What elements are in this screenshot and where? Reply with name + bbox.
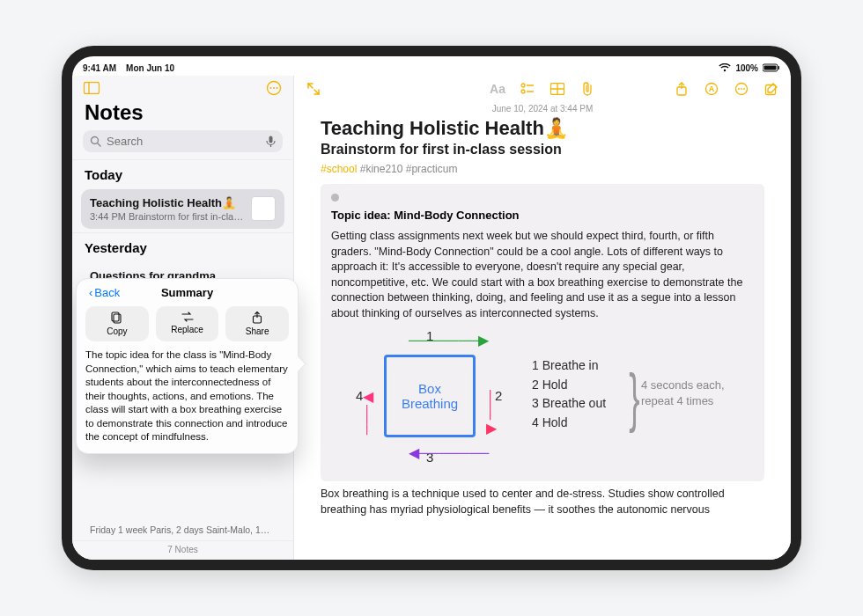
note-thumbnail: [251, 196, 276, 221]
replace-label: Replace: [171, 325, 203, 334]
svg-text:A: A: [709, 84, 715, 93]
back-label: Back: [94, 286, 120, 299]
step-3: 3 Breathe out: [532, 394, 606, 414]
breathing-steps: 1 Breathe in 2 Hold 3 Breathe out 4 Hold: [532, 356, 606, 433]
screen: 9:41 AM Mon Jun 10 100%: [72, 56, 791, 560]
svg-point-7: [273, 87, 275, 89]
sidebar-footer: 7 Notes: [72, 540, 293, 560]
step-4: 4 Hold: [532, 414, 606, 433]
status-right: 100%: [719, 63, 780, 73]
note-title[interactable]: Teaching Holistic Health🧘: [321, 117, 764, 140]
arrow-left: ◀───: [359, 388, 376, 435]
note-subtitle[interactable]: Brainstorm for first in-class session: [321, 142, 764, 158]
topic-block[interactable]: Topic idea: Mind-Body Connection Getting…: [321, 184, 764, 481]
arrow-bottom: ◀───────: [409, 444, 489, 461]
fullscreen-icon[interactable]: [305, 80, 322, 98]
share-note-icon[interactable]: [673, 80, 690, 98]
sidebar-title: Notes: [72, 99, 293, 130]
search-input[interactable]: [107, 135, 261, 148]
share-button[interactable]: Share: [225, 306, 289, 341]
more-icon[interactable]: [265, 79, 283, 97]
step-1: 1 Breathe in: [532, 356, 606, 376]
back-button[interactable]: ‹ Back: [89, 286, 120, 299]
svg-point-31: [743, 88, 745, 90]
topic-text[interactable]: Getting class assignments next week but …: [331, 229, 754, 321]
battery-label: 100%: [735, 63, 758, 73]
popover-title: Summary: [161, 286, 213, 299]
more-editor-icon[interactable]: [733, 80, 750, 98]
copy-label: Copy: [107, 326, 127, 336]
text-format-icon[interactable]: Aa: [489, 80, 506, 98]
svg-point-17: [521, 84, 525, 87]
block-handle[interactable]: [331, 194, 339, 202]
svg-rect-11: [269, 136, 273, 143]
table-icon[interactable]: [549, 80, 566, 98]
notes-sidebar: Notes Today Teaching Hol: [72, 76, 294, 560]
status-left: 9:41 AM Mon Jun 10: [83, 63, 174, 73]
replace-button[interactable]: Replace: [156, 306, 219, 341]
box-breathing-sketch: 1 ───────▶ 2 ───▶ 3 ◀─────── 4 ◀─── Box …: [331, 326, 754, 473]
note-item-subtitle: 3:44 PM Brainstorm for first in-cla…: [90, 211, 244, 222]
share-icon: [252, 312, 262, 324]
svg-rect-2: [778, 66, 780, 70]
svg-point-8: [277, 87, 278, 89]
attachment-icon[interactable]: [579, 80, 596, 98]
svg-rect-3: [85, 83, 100, 94]
battery-icon: [763, 63, 780, 72]
box-breathing-label: Box Breathing: [384, 355, 476, 437]
arrow-right: ───▶: [483, 390, 499, 436]
mic-icon[interactable]: [266, 136, 276, 148]
copy-button[interactable]: Copy: [85, 306, 149, 341]
note-item-title: Teaching Holistic Health🧘: [90, 196, 244, 209]
status-bar: 9:41 AM Mon Jun 10 100%: [72, 60, 791, 76]
arrow-top: ───────▶: [409, 332, 489, 348]
note-item-peek[interactable]: Friday 1 week Paris, 2 days Saint-Malo, …: [81, 519, 284, 540]
note-item-today[interactable]: Teaching Holistic Health🧘 3:44 PM Brains…: [81, 189, 284, 229]
chevron-left-icon: ‹: [89, 286, 92, 299]
note-date: June 10, 2024 at 3:44 PM: [321, 104, 764, 114]
summary-popover: ‹ Back Summary Copy Replace: [76, 278, 299, 454]
note-editor: Aa: [294, 76, 791, 560]
editor-body[interactable]: June 10, 2024 at 3:44 PM Teaching Holist…: [294, 102, 791, 560]
compose-icon[interactable]: [763, 80, 780, 98]
ipad-frame: 9:41 AM Mon Jun 10 100%: [62, 46, 801, 570]
status-date: Mon Jun 10: [126, 63, 174, 73]
sidebar-toggle-icon[interactable]: [83, 79, 100, 97]
search-icon: [90, 136, 101, 147]
summary-body: The topic idea for the class is "Mind-Bo…: [85, 348, 289, 444]
svg-line-10: [98, 143, 101, 147]
replace-icon: [181, 312, 195, 322]
svg-point-6: [270, 87, 272, 89]
bracket-icon: }: [629, 360, 639, 435]
app-body: Notes Today Teaching Hol: [72, 56, 791, 560]
tags-rest[interactable]: #kine210 #practicum: [357, 163, 457, 175]
copy-icon: [111, 312, 123, 324]
svg-point-30: [741, 88, 742, 90]
sidebar-toolbar: [72, 76, 293, 99]
tag-hot[interactable]: #school: [321, 163, 357, 175]
svg-point-19: [521, 90, 525, 93]
step-2: 2 Hold: [532, 376, 606, 395]
search-wrap: [72, 130, 293, 159]
topic-heading[interactable]: Topic idea: Mind-Body Connection: [331, 209, 754, 222]
closing-paragraph[interactable]: Box breathing is a technique used to cen…: [321, 487, 764, 517]
yesterday-header: Yesterday: [72, 232, 293, 259]
share-label: Share: [246, 326, 269, 336]
search-field[interactable]: [83, 130, 283, 152]
svg-rect-1: [764, 66, 777, 70]
status-time: 9:41 AM: [83, 63, 116, 73]
wifi-icon: [719, 63, 731, 72]
checklist-icon[interactable]: [519, 80, 536, 98]
sketch-annotation: 4 seconds each, repeat 4 times: [641, 378, 725, 408]
editor-toolbar: Aa: [294, 76, 791, 102]
markup-icon[interactable]: A: [703, 80, 720, 98]
note-tags[interactable]: #school #kine210 #practicum: [321, 163, 764, 175]
svg-point-29: [738, 88, 740, 90]
today-header: Today: [72, 159, 293, 186]
